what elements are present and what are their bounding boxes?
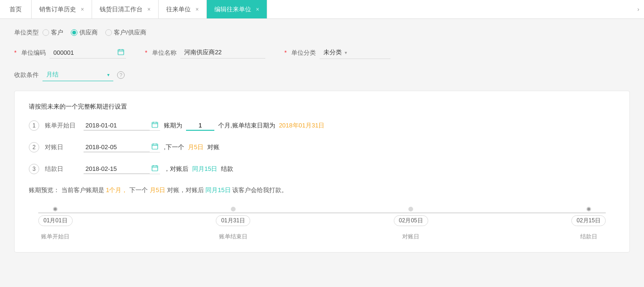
- payment-terms-label: 收款条件: [14, 71, 39, 79]
- settings-card: 请按照未来的一个完整帐期进行设置 1 账单开始日: [14, 91, 630, 253]
- tab-sales-history-label: 销售订单历史: [39, 5, 76, 14]
- step-3-highlight-day: 同月15日: [192, 165, 217, 173]
- tab-partners[interactable]: 往来单位 ×: [159, 0, 207, 18]
- preview-label: 账期预览：: [29, 186, 59, 194]
- svg-rect-8: [152, 144, 158, 149]
- step-2-num: 2: [29, 142, 39, 152]
- preview-highlight3: 同月15日: [205, 186, 230, 194]
- tab-edit-partner[interactable]: 编辑往来单位 ×: [207, 0, 267, 18]
- step-2-content: ,下一个 月5日 对账: [84, 143, 220, 152]
- preview-text1: 当前客户账期是: [61, 186, 104, 194]
- unit-name-label: 单位名称: [152, 49, 177, 57]
- radio-customer-circle: [42, 29, 49, 36]
- tab-cash-workbench-close[interactable]: ×: [147, 6, 151, 13]
- timeline-label-2: 对账日: [402, 233, 419, 241]
- timeline-label-0: 账单开始日: [41, 233, 69, 241]
- step-3-label: 结款日: [45, 165, 78, 173]
- unit-name-input[interactable]: [180, 47, 265, 59]
- preview-highlight2: 月5日: [150, 186, 165, 194]
- unit-category-field: * 单位分类 未分类 ▾: [284, 46, 390, 59]
- preview-section: 账期预览： 当前客户账期是 1个月， 下一个 月5日 对账，对账后 同月15日 …: [29, 186, 615, 195]
- radio-both[interactable]: 客户/供应商: [105, 28, 146, 37]
- step-3-prefix: ，对账后: [164, 165, 188, 173]
- card-title: 请按照未来的一个完整帐期进行设置: [29, 102, 615, 111]
- step-2-highlight-day: 月5日: [188, 143, 203, 152]
- step-2-label: 对账日: [45, 143, 78, 152]
- radio-customer-label: 客户: [51, 28, 63, 37]
- timeline-dots: 01月01日 账单开始日 01月31日 账单结束日 02月05日 对账日: [38, 207, 606, 241]
- payment-terms-select[interactable]: 月结 ▾: [42, 68, 113, 81]
- step-1-date-input[interactable]: [84, 121, 150, 130]
- step-2-cal-icon[interactable]: [150, 143, 160, 151]
- unit-category-required: *: [284, 49, 287, 56]
- payment-terms-help-icon[interactable]: ?: [117, 71, 125, 79]
- unit-category-select[interactable]: 未分类 ▾: [320, 46, 390, 59]
- radio-supplier[interactable]: 供应商: [71, 28, 98, 37]
- tab-cash-workbench[interactable]: 钱货日清工作台 ×: [92, 0, 159, 18]
- step-1-cal-icon[interactable]: [150, 121, 160, 129]
- step-3-content: ，对账后 同月15日 结款: [84, 164, 233, 174]
- timeline: 01月01日 账单开始日 01月31日 账单结束日 02月05日 对账日: [29, 207, 615, 241]
- radio-supplier-label: 供应商: [79, 28, 98, 37]
- radio-customer[interactable]: 客户: [42, 28, 63, 37]
- unit-category-chevron-icon: ▾: [345, 50, 347, 55]
- step-1-suffix2: 个月,账单结束日期为: [218, 121, 275, 130]
- step-1-row: 1 账单开始日 账期为 个月,账单结束日期为: [29, 120, 615, 131]
- timeline-dot-3: [586, 207, 591, 211]
- step-1-num: 1: [29, 120, 39, 131]
- step-3-suffix: 结款: [221, 165, 233, 173]
- unit-name-field: * 单位名称: [145, 47, 265, 59]
- preview-text3: 对账，对账后: [167, 186, 204, 194]
- payment-terms-field: 收款条件 月结 ▾ ?: [14, 68, 125, 81]
- payment-terms-value: 月结: [46, 70, 107, 79]
- preview-text2: 下一个: [129, 186, 148, 194]
- unit-type-label: 单位类型: [14, 28, 39, 37]
- svg-rect-12: [152, 166, 158, 171]
- tab-sales-history[interactable]: 销售订单历史 ×: [32, 0, 92, 18]
- unit-code-label: 单位编码: [21, 49, 46, 57]
- svg-rect-4: [152, 122, 158, 127]
- timeline-badge-3: 02月15日: [571, 215, 606, 226]
- unit-category-value: 未分类: [323, 48, 342, 57]
- step-1-suffix1: 账期为: [164, 121, 182, 130]
- step-2-date-input-wrapper: [84, 143, 160, 152]
- unit-code-input[interactable]: [50, 47, 116, 58]
- payment-terms-row: 收款条件 月结 ▾ ?: [14, 68, 630, 81]
- page-content: 单位类型 客户 供应商 客户/供应商 * 单位编码: [0, 19, 644, 287]
- tab-home[interactable]: 首页: [0, 0, 32, 18]
- unit-code-icon[interactable]: [116, 49, 126, 57]
- tab-partners-close[interactable]: ×: [195, 6, 199, 13]
- timeline-dot-0: [53, 207, 58, 211]
- timeline-point-1: 01月31日 账单结束日: [216, 207, 250, 241]
- step-2-prefix: ,下一个: [164, 143, 184, 152]
- tab-sales-history-close[interactable]: ×: [81, 6, 84, 13]
- timeline-badge-0: 01月01日: [38, 215, 73, 226]
- step-3-num: 3: [29, 164, 39, 174]
- tab-edit-partner-close[interactable]: ×: [256, 6, 259, 13]
- timeline-point-3: 02月15日 结款日: [571, 207, 606, 241]
- step-1-highlight-date: 2018年01月31日: [279, 121, 325, 130]
- unit-code-input-wrapper: [50, 47, 126, 59]
- step-1-month-input[interactable]: [186, 121, 214, 131]
- radio-both-circle: [105, 29, 112, 36]
- unit-type-radio-group: 客户 供应商 客户/供应商: [42, 28, 146, 37]
- tab-expand-button[interactable]: ›: [633, 0, 644, 18]
- chevron-right-icon: ›: [637, 6, 639, 13]
- tab-edit-partner-label: 编辑往来单位: [214, 5, 251, 14]
- step-3-cal-icon[interactable]: [150, 165, 160, 173]
- timeline-badge-2: 02月05日: [394, 215, 428, 226]
- tab-bar: 首页 销售订单历史 × 钱货日清工作台 × 往来单位 × 编辑往来单位 × ›: [0, 0, 644, 19]
- tab-partners-label: 往来单位: [166, 5, 191, 14]
- unit-info-row: * 单位编码 * 单位名称 * 单位分类: [14, 46, 630, 59]
- step-2-date-input[interactable]: [84, 143, 150, 152]
- payment-terms-chevron-icon: ▾: [107, 72, 110, 77]
- timeline-label-1: 账单结束日: [219, 233, 247, 241]
- step-1-content: 账期为 个月,账单结束日期为 2018年01月31日: [84, 121, 324, 131]
- step-3-date-input[interactable]: [84, 164, 150, 174]
- step-3-date-input-wrapper: [84, 164, 160, 174]
- unit-type-field: 单位类型 客户 供应商 客户/供应商: [14, 28, 146, 37]
- unit-code-field: * 单位编码: [14, 47, 126, 59]
- timeline-dot-2: [408, 207, 413, 211]
- unit-name-required: *: [145, 49, 147, 56]
- svg-rect-0: [118, 50, 124, 55]
